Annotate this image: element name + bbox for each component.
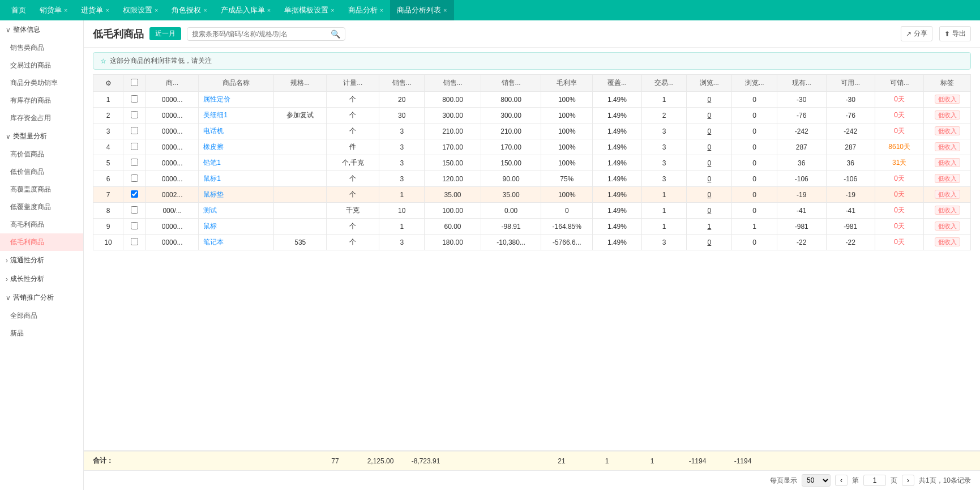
row-checkbox[interactable] <box>131 111 138 118</box>
sidebar-item-低毛利商品[interactable]: 低毛利商品 <box>0 233 83 251</box>
top-nav: 首页 销货单 × 进货单 × 权限设置 × 角色授权 × 产成品入库单 × 单据… <box>0 0 980 20</box>
sidebar-item-销售类商品[interactable]: 销售类商品 <box>0 39 83 57</box>
sidebar-item-高覆盖度商品[interactable]: 高覆盖度商品 <box>0 181 83 198</box>
cell-name[interactable]: 铅笔1 <box>199 155 274 171</box>
close-icon[interactable]: × <box>64 7 67 14</box>
row-checkbox[interactable] <box>131 143 138 150</box>
page-title: 低毛利商品 <box>93 27 144 41</box>
sidebar-item-低价值商品[interactable]: 低价值商品 <box>0 163 83 181</box>
cell-cover: 1.49% <box>593 92 641 108</box>
nav-item-purchase[interactable]: 进货单 × <box>74 0 115 20</box>
nav-item-templates[interactable]: 单据模板设置 × <box>277 0 341 20</box>
sidebar-item-商品分类助销率[interactable]: 商品分类助销率 <box>0 74 83 92</box>
th-settings[interactable]: ⚙ <box>93 75 123 92</box>
share-button[interactable]: ↗ 分享 <box>901 26 932 41</box>
close-icon[interactable]: × <box>203 7 207 14</box>
footer-usable: -1194 <box>720 457 765 465</box>
cell-browse1[interactable]: 0 <box>687 235 732 250</box>
nav-item-permissions[interactable]: 权限设置 × <box>116 0 165 20</box>
sidebar-group-类型量分析[interactable]: ∨ 类型量分析 <box>0 127 83 146</box>
cell-usable: 36 <box>826 155 875 171</box>
cell-usable: -981 <box>826 219 875 235</box>
nav-item-sales[interactable]: 销货单 × <box>33 0 74 20</box>
row-checkbox[interactable] <box>131 159 138 166</box>
cell-sale-gross: 150.00 <box>481 155 541 171</box>
close-icon[interactable]: × <box>331 7 334 14</box>
cell-sellable: 0天 <box>875 92 923 108</box>
search-input[interactable] <box>192 30 331 38</box>
export-button[interactable]: ⬆ 导出 <box>939 26 971 41</box>
close-icon[interactable]: × <box>105 7 109 14</box>
cell-browse1[interactable]: 0 <box>687 108 732 123</box>
cell-sale-gross: 35.00 <box>481 187 541 203</box>
cell-name[interactable]: 电话机 <box>199 123 274 139</box>
close-icon[interactable]: × <box>380 7 383 14</box>
cell-tag: 低收入 <box>924 219 971 235</box>
sidebar-item-新品[interactable]: 新品 <box>0 325 83 342</box>
nav-item-products[interactable]: 产成品入库单 × <box>214 0 277 20</box>
sidebar-item-库存资金占用[interactable]: 库存资金占用 <box>0 109 83 127</box>
nav-item-analysis-list[interactable]: 商品分析列表 × <box>390 0 453 20</box>
sidebar-item-有库存的商品[interactable]: 有库存的商品 <box>0 92 83 109</box>
cell-browse1[interactable]: 0 <box>687 155 732 171</box>
page-number-input[interactable] <box>863 475 886 486</box>
nav-item-home[interactable]: 首页 <box>5 0 33 20</box>
cell-browse1[interactable]: 0 <box>687 139 732 155</box>
sidebar-item-交易过的商品[interactable]: 交易过的商品 <box>0 57 83 74</box>
sidebar-group-流通性分析[interactable]: › 流通性分析 <box>0 251 83 270</box>
cell-name[interactable]: 橡皮擦 <box>199 139 274 155</box>
cell-name[interactable]: 鼠标1 <box>199 171 274 187</box>
cell-sale-qty: 3 <box>379 155 425 171</box>
sidebar-item-高毛利商品[interactable]: 高毛利商品 <box>0 216 83 233</box>
cell-name[interactable]: 鼠标 <box>199 219 274 235</box>
sidebar-group-整体信息[interactable]: ∨ 整体信息 <box>0 20 83 39</box>
th-tag: 标签 <box>924 75 971 92</box>
cell-sale-qty: 10 <box>379 203 425 219</box>
row-checkbox[interactable] <box>131 95 138 103</box>
select-all-checkbox[interactable] <box>131 79 138 86</box>
cell-unit: 千克 <box>327 203 379 219</box>
row-checkbox[interactable] <box>131 222 138 229</box>
close-icon[interactable]: × <box>267 7 271 14</box>
footer-total: 合计： 77 2,125.00 -8,723.91 21 1 1 -1194 -… <box>84 450 980 470</box>
next-page-button[interactable]: › <box>902 475 914 486</box>
per-page-select[interactable]: 50 20 100 <box>802 474 831 487</box>
prev-page-button[interactable]: ‹ <box>835 475 848 486</box>
close-icon[interactable]: × <box>155 7 158 14</box>
cell-name[interactable]: 吴细细1 <box>199 108 274 123</box>
cell-browse1[interactable]: 0 <box>687 123 732 139</box>
cell-gross-rate: 100% <box>541 155 593 171</box>
cell-trade: 1 <box>641 219 687 235</box>
row-checkbox[interactable] <box>131 190 138 198</box>
sidebar-item-全部商品[interactable]: 全部商品 <box>0 307 83 325</box>
row-checkbox[interactable] <box>131 238 138 245</box>
row-checkbox[interactable] <box>131 206 138 214</box>
sidebar-item-低覆盖度商品[interactable]: 低覆盖度商品 <box>0 198 83 216</box>
cell-name[interactable]: 鼠标垫 <box>199 187 274 203</box>
nav-item-roles[interactable]: 角色授权 × <box>165 0 213 20</box>
cell-name[interactable]: 测试 <box>199 203 274 219</box>
close-icon[interactable]: × <box>443 7 447 14</box>
nav-item-analysis[interactable]: 商品分析 × <box>341 0 390 20</box>
cell-browse1[interactable]: 1 <box>687 219 732 235</box>
th-current: 现有... <box>777 75 826 92</box>
filter-recent-month-button[interactable]: 近一月 <box>149 27 181 40</box>
cell-current: -242 <box>777 123 826 139</box>
cell-code: 0000... <box>146 219 199 235</box>
cell-name[interactable]: 属性定价 <box>199 92 274 108</box>
sidebar-item-高价值商品[interactable]: 高价值商品 <box>0 146 83 163</box>
row-checkbox[interactable] <box>131 127 138 134</box>
cell-browse1[interactable]: 0 <box>687 92 732 108</box>
cell-sale-gross: -98.91 <box>481 219 541 235</box>
row-checkbox[interactable] <box>131 174 138 182</box>
cell-check <box>123 171 146 187</box>
sidebar-group-营销推广分析[interactable]: ∨ 营销推广分析 <box>0 288 83 307</box>
cell-code: 0002... <box>146 187 199 203</box>
cell-name[interactable]: 笔记本 <box>199 235 274 250</box>
cell-browse1[interactable]: 0 <box>687 171 732 187</box>
cell-browse1[interactable]: 0 <box>687 187 732 203</box>
table-row: 1 0000... 属性定价 个 20 800.00 800.00 100% 1… <box>93 92 971 108</box>
cell-browse1[interactable]: 0 <box>687 203 732 219</box>
sidebar-group-成长性分析[interactable]: › 成长性分析 <box>0 270 83 288</box>
cell-unit: 个 <box>327 219 379 235</box>
